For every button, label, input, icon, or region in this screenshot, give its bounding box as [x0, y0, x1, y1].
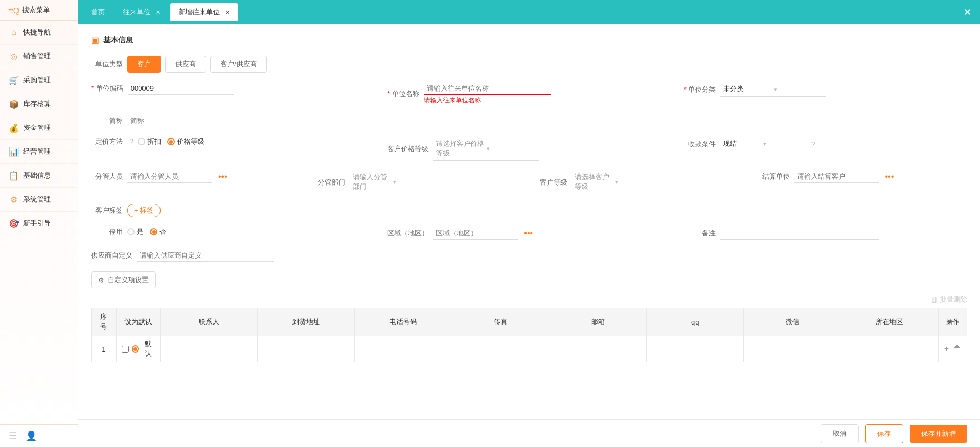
sidebar-item-purchase[interactable]: 🛒 采购管理	[0, 68, 78, 92]
row-add-icon[interactable]: +	[944, 344, 949, 354]
radio-no-circle	[150, 228, 157, 235]
sidebar-item-quick-nav[interactable]: ⌂ 快捷导航	[0, 21, 78, 45]
manager-input[interactable]	[127, 170, 212, 183]
cell-phone[interactable]	[355, 336, 452, 362]
customer-price-select[interactable]: 请选择客户价格等级 ▾	[433, 137, 539, 161]
default-checkbox[interactable]	[122, 346, 129, 353]
remark-input[interactable]	[720, 227, 879, 240]
unit-name-label: 单位名称	[387, 89, 420, 99]
pricing-group: 定价方法 ? 折扣 价格等级	[91, 137, 375, 146]
manager-more-icon[interactable]: •••	[216, 172, 229, 181]
purchase-icon: 🛒	[8, 75, 19, 85]
inventory-icon: 📦	[8, 99, 19, 109]
pricing-label: 定价方法	[91, 137, 123, 146]
pricing-hint-icon[interactable]: ?	[129, 137, 133, 146]
sidebar-search[interactable]: ≡Q 搜索菜单	[0, 0, 78, 21]
sidebar-item-operations[interactable]: 📊 经营管理	[0, 140, 78, 164]
cell-contact[interactable]	[161, 336, 258, 362]
contact-input[interactable]	[166, 345, 252, 353]
row-actions: + 🗑	[944, 344, 961, 354]
settlement-more-icon[interactable]: •••	[883, 172, 896, 181]
tag-add-button[interactable]: + 标签	[127, 204, 161, 217]
operations-icon: 📊	[8, 146, 19, 157]
close-new-trading-unit-icon[interactable]: ✕	[225, 9, 230, 16]
close-trading-units-icon[interactable]: ✕	[156, 9, 161, 16]
unit-type-row: 单位类型 客户 供应商 客户/供应商	[91, 56, 967, 73]
payment-terms-select[interactable]: 现结 ▾	[720, 137, 805, 151]
customer-level-arrow: ▾	[615, 179, 653, 186]
form-content: ▣ 基本信息 单位类型 客户 供应商 客户/供应商 单位编码 单位名称	[78, 24, 980, 419]
sidebar-user-icon[interactable]: 👤	[25, 430, 37, 442]
save-new-button[interactable]: 保存并新增	[910, 425, 967, 443]
btn-customer[interactable]: 客户	[127, 56, 161, 73]
sidebar-item-basic[interactable]: 📋 基础信息	[0, 164, 78, 188]
tab-bar-close-icon[interactable]: ✕	[959, 6, 976, 18]
cell-region[interactable]	[841, 336, 939, 362]
customer-tag-label: 客户标签	[91, 206, 123, 215]
radio-yes[interactable]: 是	[127, 227, 144, 236]
sidebar-collapse-icon[interactable]: ☰	[8, 430, 17, 442]
fax-input[interactable]	[458, 345, 544, 353]
customer-level-select[interactable]: 请选择客户等级 ▾	[572, 170, 656, 194]
col-seq: 序号	[92, 308, 117, 336]
btn-both[interactable]: 客户/供应商	[210, 56, 267, 73]
manager-group: 分管人员 •••	[91, 170, 301, 183]
unit-name-input[interactable]	[424, 82, 551, 95]
col-action: 操作	[938, 308, 967, 336]
unit-category-select[interactable]: 未分类 ▾	[720, 82, 826, 97]
custom-settings-button[interactable]: ⚙ 自定义项设置	[91, 271, 156, 288]
radio-default[interactable]: 默认	[132, 339, 155, 358]
tab-new-trading-unit[interactable]: 新增往来单位 ✕	[170, 3, 238, 21]
unit-code-input[interactable]	[128, 82, 234, 95]
cell-default: 默认	[116, 336, 161, 362]
col-address: 到货地址	[257, 308, 355, 336]
payment-terms-arrow: ▾	[763, 141, 801, 147]
cell-fax[interactable]	[452, 336, 549, 362]
sidebar-bottom: ☰ 👤	[0, 424, 78, 447]
contacts-table: 序号 设为默认 联系人 到货地址 电话号码 传真 邮箱 qq 微信 所在地区 操…	[91, 308, 967, 362]
batch-delete-button[interactable]: 🗑 批量删除	[931, 295, 967, 304]
region-input[interactable]	[433, 227, 518, 240]
address-input[interactable]	[263, 345, 350, 353]
col-email: 邮箱	[549, 308, 647, 336]
btn-supplier[interactable]: 供应商	[165, 56, 206, 73]
row-delete-icon[interactable]: 🗑	[953, 344, 961, 354]
radio-discount[interactable]: 折扣	[138, 137, 161, 146]
wechat-input[interactable]	[749, 345, 835, 353]
phone-input[interactable]	[360, 345, 447, 353]
radio-price-level[interactable]: 价格等级	[167, 137, 204, 146]
short-name-input[interactable]	[127, 115, 233, 127]
remark-label: 备注	[684, 229, 716, 238]
main-area: 首页 往来单位 ✕ 新增往来单位 ✕ ✕ ▣ 基本信息 单位类型 客户 供应商 …	[78, 0, 980, 447]
sidebar-item-guide[interactable]: 🎯 新手引导	[0, 212, 78, 235]
sidebar-item-finance[interactable]: 💰 资金管理	[0, 116, 78, 140]
department-select[interactable]: 请输入分管部门 ▾	[350, 170, 434, 194]
cancel-button[interactable]: 取消	[821, 424, 859, 443]
region-table-input[interactable]	[847, 345, 933, 353]
col-contact: 联系人	[161, 308, 258, 336]
unit-code-name-row: 单位编码 单位名称 请输入往来单位名称 单位分类 未分类 ▾	[91, 82, 967, 105]
payment-hint-icon[interactable]: ?	[811, 140, 815, 148]
save-button[interactable]: 保存	[865, 424, 903, 443]
cell-wechat[interactable]	[744, 336, 841, 362]
customer-level-group: 客户等级 请选择客户等级 ▾	[536, 170, 745, 194]
radio-default-circle	[132, 345, 139, 353]
sidebar-item-system[interactable]: ⚙ 系统管理	[0, 188, 78, 212]
region-more-icon[interactable]: •••	[522, 229, 535, 238]
unit-name-error: 请输入往来单位名称	[424, 96, 551, 105]
email-input[interactable]	[555, 345, 641, 353]
settlement-unit-input[interactable]	[794, 170, 879, 183]
sidebar-item-sales[interactable]: ◎ 销售管理	[0, 45, 78, 68]
cell-qq[interactable]	[646, 336, 744, 362]
supplier-custom-input[interactable]	[137, 249, 274, 262]
qq-input[interactable]	[652, 345, 738, 353]
customer-price-label: 客户价格等级	[387, 144, 429, 154]
cell-email[interactable]	[549, 336, 647, 362]
unit-name-group: 单位名称 请输入往来单位名称	[387, 82, 671, 105]
col-wechat: 微信	[744, 308, 841, 336]
radio-no[interactable]: 否	[150, 227, 166, 236]
tab-home[interactable]: 首页	[83, 3, 113, 21]
tab-trading-units[interactable]: 往来单位 ✕	[114, 3, 169, 21]
cell-address[interactable]	[257, 336, 355, 362]
sidebar-item-inventory[interactable]: 📦 库存核算	[0, 92, 78, 116]
